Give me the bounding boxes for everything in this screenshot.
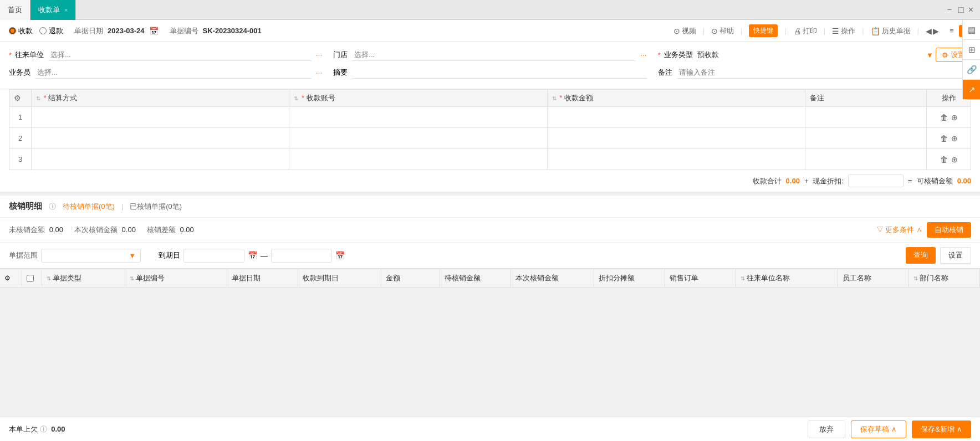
auto-verify-button[interactable]: 自动核销 [927, 222, 971, 238]
btc-gear[interactable]: ⚙ [0, 270, 22, 286]
save-draft-button[interactable]: 保存草稿 ∧ [851, 421, 906, 438]
footer-info-icon[interactable]: ⓘ [40, 425, 47, 433]
tab-home-label: 首页 [8, 5, 22, 15]
btc-pending: 待核销金额 [440, 269, 511, 287]
video-icon: ⊙ [673, 27, 680, 35]
diff-stat: 核销差额 0.00 [147, 225, 194, 235]
plus-sign: + [804, 177, 809, 185]
video-link[interactable]: ⊙ 视频 [673, 26, 696, 36]
unverified-value: 0.00 [49, 225, 63, 234]
btc-amount: 金额 [381, 269, 440, 287]
available-label: 可核销金额 [917, 176, 953, 186]
row1-delete-btn[interactable]: 🗑 [940, 113, 948, 122]
table-gear-icon[interactable]: ⚙ [14, 94, 21, 102]
save-new-button[interactable]: 保存&新增 ∧ [912, 421, 971, 438]
tab-receipt-label: 收款单 [38, 5, 60, 15]
print-link[interactable]: 🖨 打印 [793, 26, 817, 36]
row2-copy-btn[interactable]: ⊕ [951, 134, 958, 143]
summary-field: 摘要 [333, 66, 646, 79]
nav-next-btn[interactable]: ▶ [933, 27, 939, 35]
verification-title: 核销明细 [9, 201, 42, 212]
col-account: ⇅ * 收款账号 [289, 90, 547, 107]
date-to-input[interactable]: 2022-04-12 [271, 249, 332, 263]
maximize-btn[interactable]: □ [958, 5, 964, 15]
filter-settings-button[interactable]: 设置 [940, 247, 971, 264]
table-row: 2 🗑 ⊕ [9, 128, 971, 149]
table-settings-cell: ⚙ [9, 90, 32, 107]
staff-input[interactable] [35, 66, 312, 79]
date-from-calendar-icon[interactable]: 📅 [248, 251, 257, 260]
counterpart-input[interactable] [48, 49, 312, 61]
help-link[interactable]: ⊙ 帮助 [711, 26, 734, 36]
btc-current: 本次核销金额 [511, 269, 594, 287]
radio-refund[interactable]: 退款 [39, 26, 63, 36]
operation-link[interactable]: ☰ 操作 [832, 26, 855, 36]
staff-field: 业务员 ··· [9, 66, 322, 79]
btc-counterpart: ⇅ 往来单位名称 [736, 269, 838, 287]
staff-more-btn[interactable]: ··· [316, 68, 323, 77]
close-btn[interactable]: × [968, 5, 973, 15]
doc-date-calendar-icon[interactable]: 📅 [149, 27, 159, 35]
col-amount: ⇅ * 收款金额 [547, 90, 805, 107]
row3-delete-btn[interactable]: 🗑 [940, 155, 948, 164]
more-conditions-link[interactable]: ▽ 更多条件 ∧ [876, 225, 922, 235]
done-tab-link[interactable]: 已核销单据(0笔) [130, 202, 182, 212]
print-icon: 🖨 [793, 27, 801, 35]
tab-home[interactable]: 首页 [0, 0, 30, 20]
equals-sign: = [908, 177, 912, 185]
form-area: * 往来单位 ··· 门店 ··· * 业务类型 预收款 ▼ ⚙ 设置 业务员 … [0, 42, 980, 89]
help-icon: ⊙ [711, 27, 718, 35]
store-more-btn[interactable]: ··· [640, 50, 647, 59]
biz-type-dropdown-icon[interactable]: ▼ [926, 51, 933, 59]
date-to-calendar-icon[interactable]: 📅 [335, 251, 345, 260]
discount-input[interactable] [848, 175, 904, 187]
select-all-checkbox[interactable] [27, 275, 34, 282]
shortcut-button[interactable]: 快捷键 [749, 24, 778, 37]
receipt-table-wrap: ⚙ ⇅ * 结算方式 ⇅ * 收款账号 ⇅ * 收款金额 [0, 89, 980, 170]
bottom-table-header: ⚙ ⇅ 单据类型 ⇅ 单据编号 单据日期 收款到期日 金额 待核销金额 本次核销… [0, 269, 980, 288]
history-icon: 📋 [871, 27, 880, 35]
rs-icon-2[interactable]: ⊞ [963, 40, 980, 60]
row3-copy-btn[interactable]: ⊕ [951, 155, 958, 164]
minimize-btn[interactable]: － [945, 4, 954, 16]
layout-list-icon[interactable]: ≡ [946, 25, 958, 37]
table-row: 3 🗑 ⊕ [9, 149, 971, 170]
btc-no: ⇅ 单据编号 [125, 269, 227, 287]
counterpart-more-btn[interactable]: ··· [316, 50, 323, 59]
rs-icon-3[interactable]: 🔗 [963, 60, 980, 80]
remark-input[interactable] [677, 66, 971, 79]
filter-icon: ▽ [876, 225, 884, 234]
date-from-input[interactable]: 2022-04-01 [183, 249, 244, 263]
ben-shang-label: 本单上欠 [9, 425, 38, 433]
gear-icon: ⚙ [942, 51, 948, 59]
row1-copy-btn[interactable]: ⊕ [951, 113, 958, 122]
remark-field: 备注 [658, 66, 971, 79]
store-input[interactable] [352, 49, 636, 61]
total-value: 0.00 [786, 177, 800, 185]
discount-label: 现金折扣: [813, 176, 844, 186]
filter-range-select[interactable]: ▼ [41, 249, 141, 263]
row2-delete-btn[interactable]: 🗑 [940, 134, 948, 143]
tab-receipt[interactable]: 收款单 × [30, 0, 76, 20]
col-remark: 备注 [805, 90, 926, 107]
table-row: 1 🗑 ⊕ [9, 107, 971, 128]
abandon-button[interactable]: 放弃 [808, 421, 845, 438]
staff-label: 业务员 [9, 68, 30, 78]
btc-date: 单据日期 [227, 269, 298, 287]
verification-info-icon[interactable]: ⓘ [49, 202, 56, 212]
form-row-1: * 往来单位 ··· 门店 ··· * 业务类型 预收款 ▼ ⚙ 设置 [9, 48, 971, 62]
doc-no-value: SK-20230324-001 [203, 27, 262, 35]
summary-input[interactable] [352, 66, 646, 79]
counterpart-label: 往来单位 [15, 50, 44, 60]
nav-prev-btn[interactable]: ◀ [926, 27, 932, 35]
rs-icon-4[interactable]: ↗ [963, 80, 980, 100]
history-link[interactable]: 📋 历史单据 [871, 26, 911, 36]
rs-icon-1[interactable]: ▤ [963, 20, 980, 40]
tab-bar: 首页 收款单 × － □ × [0, 0, 980, 20]
doc-date-value: 2023-03-24 [108, 27, 145, 35]
query-button[interactable]: 查询 [906, 247, 936, 264]
radio-receipt[interactable]: 收款 [9, 26, 33, 36]
pending-tab-link[interactable]: 待核销单据(0笔) [63, 202, 115, 212]
tab-receipt-close[interactable]: × [64, 7, 68, 13]
btc-checkbox [22, 271, 42, 286]
